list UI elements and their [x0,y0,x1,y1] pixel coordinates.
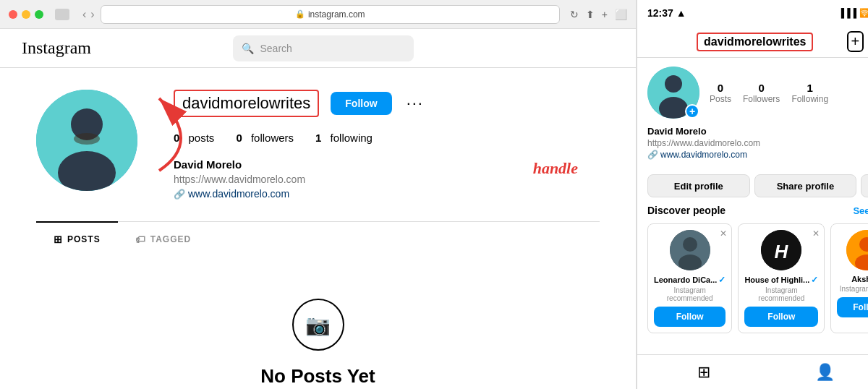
add-person-button[interactable]: 👤 [861,174,868,197]
search-placeholder: Search [260,43,292,54]
person-card-1: ✕ Leonardo DiCa...✓ Instagram recommende… [647,223,732,333]
mobile-link-text: www.davidmorelo.com [660,150,747,160]
discover-section: Discover people See All ✕ Leonardo DiCa.… [637,197,868,338]
traffic-lights [9,10,43,19]
close-button[interactable] [9,10,17,19]
mobile-posts-stat: 0 Posts [710,82,731,104]
mobile-profile-stats: 0 Posts 0 Followers 1 Following [710,82,828,104]
profile-info: davidmorelowrites Follow ··· 0 posts 0 f… [174,90,600,200]
share-icon[interactable]: ⬆ [586,9,595,20]
mobile-followers-stat[interactable]: 0 Followers [743,82,780,104]
search-bar[interactable]: 🔍 Search [233,35,414,61]
followers-count: 0 [236,132,242,144]
tabs-icon[interactable]: ⬜ [615,9,627,20]
discover-people-row: ✕ Leonardo DiCa...✓ Instagram recommende… [647,223,868,333]
mobile-posts-label: Posts [710,94,731,104]
profile-link[interactable]: 🔗 www.davidmorelo.com [174,188,600,200]
add-story-button[interactable]: + [685,104,699,119]
discover-header: Discover people See All [647,205,868,216]
see-all-button[interactable]: See All [853,205,868,216]
home-nav-item[interactable]: ⊞ [697,363,710,382]
share-profile-button[interactable]: Share profile [754,174,857,197]
tab-posts-label: POSTS [67,234,101,244]
mobile-followers-label: Followers [743,94,780,104]
mobile-profile: + 0 Posts 0 Followers 1 Following David … [637,58,868,168]
profile-stats: 0 posts 0 followers 1 following [174,132,600,144]
person-sub-1: Instagram recommended [654,286,726,302]
no-posts-title: No Posts Yet [260,365,375,388]
sidebar-toggle[interactable] [55,9,69,20]
minimize-button[interactable] [22,10,30,19]
person-avatar-3 [846,230,868,270]
browser-frame: ‹ › 🔒 instagram.com ↻ ⬆ + ⬜ Instagram 🔍 … [0,0,637,389]
profile-page: davidmorelowrites Follow ··· 0 posts 0 f… [0,68,636,389]
signal-icon: ▐▐▐ [838,8,857,18]
search-wrap: 🔍 Search [233,35,414,61]
url-text: instagram.com [308,9,365,20]
posts-count: 0 [174,132,179,144]
mobile-nav-bar: davidmorelowrites + ☰ [637,26,868,58]
add-post-icon[interactable]: + [847,31,864,52]
status-icons: ▐▐▐ 🛜 🔋 [838,8,868,18]
mobile-following-num: 1 [807,82,813,94]
svg-point-3 [74,133,100,145]
follow-button-3[interactable]: Follow [837,297,868,317]
mobile-following-label: Following [791,94,828,104]
mobile-url: https://www.davidmorelo.com [647,138,868,148]
close-card-1[interactable]: ✕ [720,228,727,239]
person-name-1: Leonardo DiCa...✓ [654,275,726,285]
no-posts-section: 📷 No Posts Yet [36,255,600,389]
verified-1: ✓ [718,275,726,285]
svg-text:H: H [775,241,789,262]
tab-posts[interactable]: ⊞ POSTS [36,221,118,255]
back-arrow[interactable]: ‹ [82,8,86,21]
mobile-following-stat[interactable]: 1 Following [791,82,828,104]
mobile-link[interactable]: 🔗 www.davidmorelo.com [647,150,868,160]
instagram-nav: Instagram 🔍 Search [0,29,636,68]
profile-avatar [36,90,137,191]
camera-icon: 📷 [305,313,331,337]
tab-tagged-label: TAGGED [150,234,191,244]
forward-arrow[interactable]: › [90,8,94,21]
person-avatar-2: H [761,230,801,270]
mobile-bottom-nav: ⊞ 👤 [637,354,868,389]
profile-avatar-wrap [36,90,137,191]
maximize-button[interactable] [35,10,43,19]
person-card-3: Aksha... Instagram reco... Follow [830,223,868,333]
wifi-icon: 🛜 [859,8,868,18]
status-time: 12:37 ▲ [647,7,686,19]
tagged-tab-icon: 🏷 [135,234,146,245]
discover-title: Discover people [647,205,726,216]
mobile-panel: 12:37 ▲ ▐▐▐ 🛜 🔋 davidmorelowrites + ☰ [637,0,868,389]
person-sub-2: Instagram recommended [744,286,818,302]
edit-profile-button[interactable]: Edit profile [647,174,750,197]
address-bar-actions: ↻ ⬆ + ⬜ [570,9,627,20]
follow-button-2[interactable]: Follow [744,307,818,327]
profile-nav-item[interactable]: 👤 [815,363,835,382]
reload-icon[interactable]: ↻ [570,9,579,20]
avatar-image [36,90,137,191]
more-options-button[interactable]: ··· [404,94,427,113]
follow-button-1[interactable]: Follow [654,307,726,327]
posts-tab-icon: ⊞ [54,234,63,245]
nav-arrows: ‹ › [82,8,95,21]
tab-tagged[interactable]: 🏷 TAGGED [118,222,208,255]
verified-2: ✓ [811,275,818,285]
mobile-action-buttons: Edit profile Share profile 👤 [647,174,868,197]
mobile-username: davidmorelowrites [697,33,813,51]
mobile-link-icon: 🔗 [647,150,658,160]
profile-tabs: ⊞ POSTS 🏷 TAGGED [36,221,600,255]
svg-point-9 [683,237,697,252]
address-bar[interactable]: 🔒 instagram.com [101,5,560,24]
add-tab-icon[interactable]: + [602,9,608,20]
instagram-logo[interactable]: Instagram [22,38,91,58]
mobile-posts-num: 0 [718,82,723,94]
person-avatar-1 [670,230,710,270]
svg-point-6 [665,75,682,93]
close-card-2[interactable]: ✕ [812,228,820,239]
following-count: 1 [315,132,321,144]
follow-button[interactable]: Follow [331,92,391,115]
title-bar: ‹ › 🔒 instagram.com ↻ ⬆ + ⬜ [0,0,636,29]
mobile-nav-icons: + ☰ [847,31,868,52]
mobile-followers-num: 0 [759,82,765,94]
